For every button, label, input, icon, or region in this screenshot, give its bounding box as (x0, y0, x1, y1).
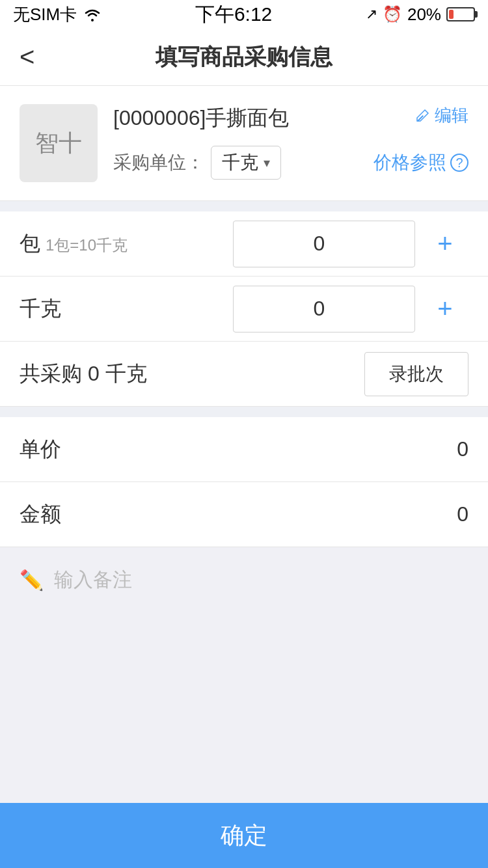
price-section: 单价 0 金额 0 (0, 417, 488, 547)
status-bar: 无SIM卡 下午6:12 ↗ ⏰ 20% (0, 0, 488, 29)
package-plus-button[interactable]: + (422, 221, 468, 267)
section-divider-2 (0, 407, 488, 417)
unit-value: 千克 (222, 150, 258, 175)
total-label: 共采购 0 千克 (20, 360, 147, 388)
amount-value: 0 (457, 502, 468, 526)
batch-button[interactable]: 录批次 (364, 352, 468, 396)
section-divider-1 (0, 201, 488, 211)
kg-row: 千克 + (0, 277, 488, 342)
nav-bar: < 填写商品采购信息 (0, 29, 488, 86)
kg-input[interactable] (233, 286, 415, 332)
package-input[interactable] (233, 221, 415, 267)
battery-percent: 20% (407, 5, 441, 25)
package-sub: 1包=10千克 (46, 236, 128, 254)
unit-price-row: 单价 0 (0, 417, 488, 482)
product-image: 智十 (20, 104, 98, 182)
remark-placeholder: 输入备注 (54, 567, 132, 593)
page-title: 填写商品采购信息 (156, 42, 332, 72)
help-circle-icon: ? (450, 154, 468, 172)
package-row: 包1包=10千克 + (0, 211, 488, 277)
product-name: [0000006]手撕面包 (113, 104, 289, 133)
input-section: 包1包=10千克 + 千克 + (0, 211, 488, 342)
amount-row: 金额 0 (0, 482, 488, 547)
unit-price-label: 单价 (20, 435, 61, 464)
package-label: 包1包=10千克 (20, 230, 233, 258)
amount-label: 金额 (20, 500, 61, 529)
total-row: 共采购 0 千克 录批次 (0, 342, 488, 407)
product-logo: 智十 (35, 128, 82, 159)
unit-label: 采购单位： (113, 150, 204, 175)
back-button[interactable]: < (20, 42, 34, 72)
battery-icon (446, 7, 475, 21)
unit-price-value: 0 (457, 437, 468, 461)
kg-label: 千克 (20, 295, 233, 323)
price-ref-label: 价格参照 (373, 150, 446, 175)
status-right: ↗ ⏰ 20% (366, 5, 475, 25)
chevron-down-icon: ▾ (264, 155, 270, 170)
edit-button[interactable]: 编辑 (415, 104, 468, 127)
kg-plus-button[interactable]: + (422, 286, 468, 332)
carrier-text: 无SIM卡 (13, 3, 77, 26)
status-time: 下午6:12 (195, 1, 272, 28)
pencil-icon: ✏️ (20, 569, 44, 591)
alarm-icon: ⏰ (383, 5, 402, 23)
location-icon: ↗ (366, 6, 377, 23)
product-card: 智十 [0000006]手撕面包 编辑 采购单位： 千克 ▾ 价格参照 (0, 86, 488, 201)
confirm-button[interactable]: 确定 (0, 803, 488, 868)
price-ref-button[interactable]: 价格参照 ? (373, 150, 468, 175)
product-info: [0000006]手撕面包 编辑 采购单位： 千克 ▾ 价格参照 ? (113, 104, 468, 180)
edit-label: 编辑 (435, 104, 468, 127)
status-left: 无SIM卡 (13, 3, 102, 26)
wifi-icon (83, 7, 102, 21)
remark-section[interactable]: ✏️ 输入备注 (0, 547, 488, 612)
unit-select[interactable]: 千克 ▾ (211, 146, 281, 180)
edit-icon (415, 109, 429, 123)
